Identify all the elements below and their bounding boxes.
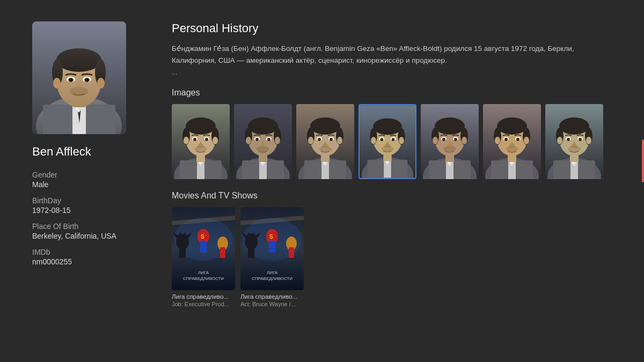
- svg-point-74: [319, 146, 332, 152]
- svg-point-108: [433, 137, 438, 144]
- svg-point-144: [557, 137, 562, 144]
- actor-name: Ben Affleck: [32, 145, 134, 159]
- svg-point-29: [186, 117, 216, 135]
- svg-point-9: [56, 48, 101, 72]
- svg-point-38: [194, 146, 207, 152]
- right-panel: Personal History Бе́нджамин Ге́за (Бен) …: [150, 0, 644, 362]
- svg-text:ЛИГА: ЛИГА: [198, 270, 209, 275]
- svg-point-92: [381, 146, 393, 152]
- gender-label: Gender: [32, 171, 134, 179]
- bio-more: ...: [172, 68, 628, 76]
- birthday-section: BirthDay 1972-08-15: [32, 196, 134, 215]
- svg-text:СПРАВЕДЛИВОСТИ: СПРАВЕДЛИВОСТИ: [252, 276, 292, 281]
- svg-point-110: [443, 146, 456, 152]
- actor-image-5[interactable]: [421, 104, 479, 179]
- place-of-birth-label: Place Of Birth: [32, 222, 134, 231]
- svg-rect-165: [269, 241, 275, 253]
- svg-point-70: [318, 138, 321, 141]
- movie-title-1: Лига справедливо...: [172, 293, 235, 300]
- movie-card-2[interactable]: S ЛИГА СПРАВЕДЛИВОСТИ Лига справедливо..…: [240, 207, 304, 307]
- svg-point-106: [442, 138, 445, 141]
- svg-text:S: S: [201, 234, 204, 240]
- svg-rect-150: [179, 245, 186, 258]
- svg-point-101: [435, 117, 465, 135]
- svg-point-65: [310, 117, 340, 135]
- actor-image-3[interactable]: [296, 104, 354, 179]
- images-row: [172, 104, 628, 179]
- birthday-label: BirthDay: [32, 196, 134, 205]
- svg-point-146: [568, 146, 581, 152]
- movie-card-1[interactable]: S ЛИГА СПРАВЕДЛИВОСТИ Лига справедливо..…: [172, 207, 235, 307]
- svg-point-53: [267, 138, 270, 141]
- svg-point-34: [193, 138, 196, 141]
- imdb-section: IMDb nm0000255: [32, 248, 134, 266]
- svg-point-20: [97, 78, 105, 88]
- svg-rect-162: [248, 245, 254, 258]
- imdb-label: IMDb: [32, 248, 134, 256]
- svg-text:СПРАВЕДЛИВОСТИ: СПРАВЕДЛИВОСТИ: [183, 276, 224, 281]
- actor-image-7[interactable]: [545, 104, 603, 179]
- svg-point-125: [516, 138, 519, 141]
- svg-point-143: [579, 138, 582, 141]
- svg-point-55: [275, 137, 280, 144]
- svg-point-17: [85, 78, 89, 82]
- svg-point-91: [399, 137, 404, 144]
- movies-row: S ЛИГА СПРАВЕДЛИВОСТИ Лига справедливо..…: [172, 207, 628, 307]
- movie-poster-2: S ЛИГА СПРАВЕДЛИВОСТИ: [240, 207, 304, 290]
- place-of-birth-section: Place Of Birth Berkeley, California, USA: [32, 222, 134, 240]
- svg-point-83: [373, 119, 402, 135]
- images-label: Images: [172, 88, 628, 98]
- svg-rect-167: [289, 247, 294, 258]
- svg-point-88: [380, 138, 384, 141]
- svg-point-19: [53, 78, 61, 88]
- svg-point-90: [371, 137, 376, 144]
- personal-history-title: Personal History: [172, 21, 628, 35]
- svg-point-71: [330, 138, 333, 141]
- imdb-value: nm0000255: [32, 257, 134, 266]
- svg-point-18: [69, 87, 89, 95]
- actor-photo: [32, 21, 126, 134]
- movies-section: Movies And TV Shows: [172, 191, 628, 307]
- svg-text:S: S: [269, 234, 273, 240]
- svg-point-35: [205, 138, 208, 141]
- svg-rect-155: [220, 247, 225, 258]
- actor-image-6[interactable]: [483, 104, 541, 179]
- movie-role-2: Act: Bruce Wayne /...: [240, 301, 304, 307]
- svg-point-56: [257, 146, 269, 152]
- movie-title-2: Лига справедливо...: [240, 293, 304, 300]
- svg-point-142: [567, 138, 570, 141]
- svg-point-72: [308, 137, 313, 144]
- movies-label: Movies And TV Shows: [172, 191, 628, 201]
- gender-value: Male: [32, 180, 134, 189]
- bio-text: Бе́нджамин Ге́за (Бен) Аффлек-Болдт (анг…: [172, 43, 590, 66]
- svg-point-54: [246, 137, 251, 144]
- svg-point-47: [248, 117, 278, 135]
- svg-point-124: [504, 138, 508, 141]
- svg-point-128: [506, 146, 518, 152]
- svg-point-37: [213, 137, 218, 144]
- svg-point-119: [497, 117, 527, 135]
- svg-point-127: [524, 137, 529, 144]
- svg-point-52: [255, 138, 259, 141]
- scroll-indicator[interactable]: [642, 139, 644, 182]
- svg-point-145: [586, 137, 591, 144]
- actor-image-4[interactable]: [358, 104, 416, 179]
- svg-point-73: [337, 137, 342, 144]
- svg-point-16: [69, 78, 72, 82]
- svg-point-89: [392, 138, 395, 141]
- svg-point-109: [462, 137, 467, 144]
- gender-section: Gender Male: [32, 171, 134, 189]
- place-of-birth-value: Berkeley, California, USA: [32, 232, 134, 240]
- svg-point-126: [495, 137, 500, 144]
- svg-point-107: [454, 138, 457, 141]
- actor-image-1[interactable]: [172, 104, 230, 179]
- svg-point-137: [559, 117, 589, 135]
- actor-image-2[interactable]: [234, 104, 292, 179]
- movie-poster-1: S ЛИГА СПРАВЕДЛИВОСТИ: [172, 207, 235, 290]
- svg-rect-153: [200, 241, 207, 253]
- birthday-value: 1972-08-15: [32, 206, 134, 215]
- movie-role-1: Job: Executive Prod...: [172, 301, 235, 307]
- svg-text:ЛИГА: ЛИГА: [267, 270, 278, 275]
- left-panel: Ben Affleck Gender Male BirthDay 1972-08…: [0, 0, 150, 362]
- images-section: Images: [172, 88, 628, 179]
